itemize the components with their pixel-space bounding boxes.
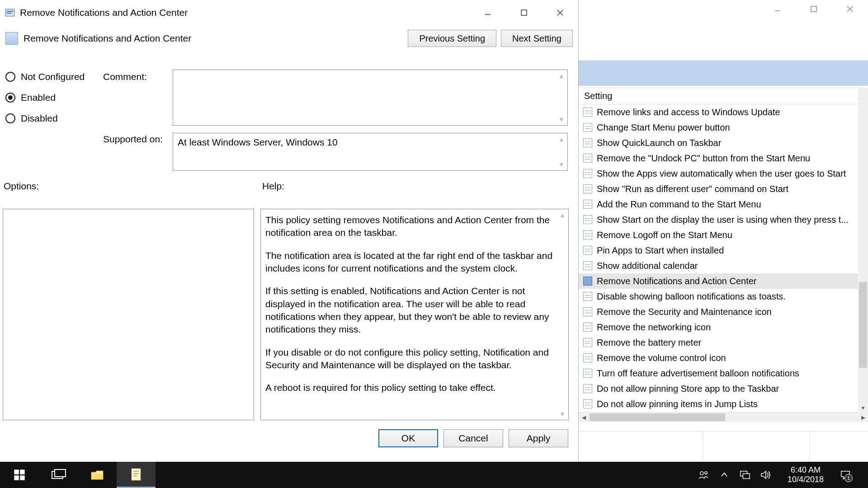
svg-rect-17 [91,474,103,479]
policy-editor-dialog: Remove Notifications and Action Center R… [0,0,579,462]
radio-not-configured[interactable]: Not Configured [5,71,85,82]
policy-list-item[interactable]: Show the Apps view automatically when th… [579,166,868,181]
scroll-up-icon[interactable]: ▲ [557,135,566,143]
policy-item-label: Do not allow pinning Store app to the Ta… [597,384,779,394]
close-button[interactable] [542,4,578,22]
bg-toolbar-area [579,25,868,61]
policy-item-icon [583,353,592,362]
policy-item-label: Show "Run as different user" command on … [597,184,788,194]
policy-list-item[interactable]: Remove the battery meter [579,335,868,350]
policy-list-item[interactable]: Remove Notifications and Action Center [579,273,868,289]
policy-list-item[interactable]: Remove the volume control icon [579,350,868,366]
taskbar-clock[interactable]: 6:40 AM 10/4/2018 [781,465,830,484]
people-tray-icon[interactable] [698,469,709,480]
volume-tray-icon[interactable] [760,469,771,480]
policy-item-label: Disable showing balloon notifications as… [597,291,786,302]
svg-rect-12 [20,469,24,474]
policy-item-label: Change Start Menu power button [597,122,730,133]
policy-list-item[interactable]: Remove links and access to Windows Updat… [579,104,868,120]
help-paragraph: The notification area is located at the … [265,249,556,275]
titlebar: Remove Notifications and Action Center [0,0,578,25]
ok-button[interactable]: OK [378,429,438,447]
policy-list-header[interactable]: Setting ▲ [579,88,868,104]
policy-list-item[interactable]: Change Start Menu power button [579,120,868,135]
policy-list-item[interactable]: Disable showing balloon notifications as… [579,289,868,304]
bg-statusbar [579,431,868,462]
policy-item-icon [583,369,592,378]
scroll-up-icon[interactable]: ▲ [558,211,566,219]
radio-disabled[interactable]: Disabled [5,113,85,124]
policy-list-item[interactable]: Pin Apps to Start when installed [579,243,868,258]
comment-textarea[interactable]: ▲ ▼ [173,70,568,126]
help-text: This policy setting removes Notification… [265,214,556,394]
task-view-button[interactable] [39,462,78,488]
network-tray-icon[interactable] [740,469,750,480]
supported-on-label: Supported on: [103,134,163,145]
bg-selected-node-band [579,61,868,86]
taskbar: 6:40 AM 10/4/2018 1 [0,462,868,488]
help-panel[interactable]: This policy setting removes Notification… [260,209,569,420]
policy-item-icon [583,215,592,224]
file-explorer-taskbar-button[interactable] [78,462,117,488]
policy-list-item[interactable]: Remove the "Undock PC" button from the S… [579,150,868,166]
scroll-down-icon[interactable]: ▼ [558,410,566,418]
vertical-scrollbar[interactable]: ▼ [858,88,868,413]
previous-setting-button[interactable]: Previous Setting [408,30,496,47]
policy-item-label: Show additional calendar [597,261,698,271]
policy-item-label: Show QuickLaunch on Taskbar [597,138,721,148]
options-panel [3,209,254,420]
policy-list-item[interactable]: Remove the Security and Maintenance icon [579,304,868,319]
policy-icon [5,7,15,18]
horizontal-scrollbar[interactable]: ◀ ▶ [579,412,868,422]
bg-maximize-button[interactable] [796,0,832,18]
policy-list-item[interactable]: Show additional calendar [579,258,868,273]
scroll-down-icon[interactable]: ▼ [858,403,868,413]
policy-list-item[interactable]: Turn off feature advertisement balloon n… [579,366,868,381]
scrollbar-thumb[interactable] [590,413,725,421]
policy-item-icon [583,123,592,132]
svg-rect-13 [14,475,19,480]
scrollbar-thumb[interactable] [859,282,867,368]
scroll-down-icon[interactable]: ▼ [557,160,566,169]
svg-point-22 [700,472,703,475]
policy-item-icon [583,399,592,408]
svg-rect-1 [7,11,13,12]
policy-icon [5,32,18,45]
policy-list-item[interactable]: Show QuickLaunch on Taskbar [579,135,868,150]
scroll-down-icon[interactable]: ▼ [557,115,566,123]
next-setting-button[interactable]: Next Setting [501,30,573,47]
gpedit-background-window: Setting ▲ Remove links and access to Win… [579,0,868,462]
policy-item-label: Remove Logoff on the Start Menu [597,230,732,240]
policy-list-item[interactable]: Add the Run command to the Start Menu [579,197,868,212]
policy-list-item[interactable]: Do not allow pinning Store app to the Ta… [579,381,868,396]
policy-list-item[interactable]: Show Start on the display the user is us… [579,212,868,227]
apply-button[interactable]: Apply [509,429,568,447]
policy-item-icon [583,138,592,147]
policy-list-item[interactable]: Do not allow pinning items in Jump Lists [579,396,868,412]
radio-label: Enabled [21,92,56,103]
policy-list-item[interactable]: Remove Logoff on the Start Menu [579,227,868,243]
radio-enabled[interactable]: Enabled [5,92,85,103]
scroll-right-icon[interactable]: ▶ [858,414,868,421]
policy-list-item[interactable]: Show "Run as different user" command on … [579,181,868,197]
column-header-setting: Setting [584,91,612,101]
start-button[interactable] [0,462,39,488]
scroll-up-icon[interactable]: ▲ [557,72,566,80]
policy-item-label: Remove the volume control icon [597,353,726,363]
policy-item-label: Remove the "Undock PC" button from the S… [597,153,810,164]
policy-item-icon [583,261,592,270]
bg-close-button[interactable] [832,0,868,18]
maximize-button[interactable] [506,4,542,22]
scroll-left-icon[interactable]: ◀ [579,414,589,421]
tray-overflow-icon[interactable] [719,469,730,480]
radio-icon [5,72,15,82]
policy-list-item[interactable]: Remove the networking icon [579,319,868,335]
bg-minimize-button[interactable] [760,0,796,18]
policy-item-label: Show the Apps view automatically when th… [597,169,846,179]
cancel-button[interactable]: Cancel [443,429,503,447]
gpedit-taskbar-button[interactable] [117,462,156,488]
policy-item-icon [583,277,592,286]
action-center-tray-icon[interactable]: 1 [840,469,851,480]
clock-time: 6:40 AM [788,465,824,475]
minimize-button[interactable] [470,4,506,22]
